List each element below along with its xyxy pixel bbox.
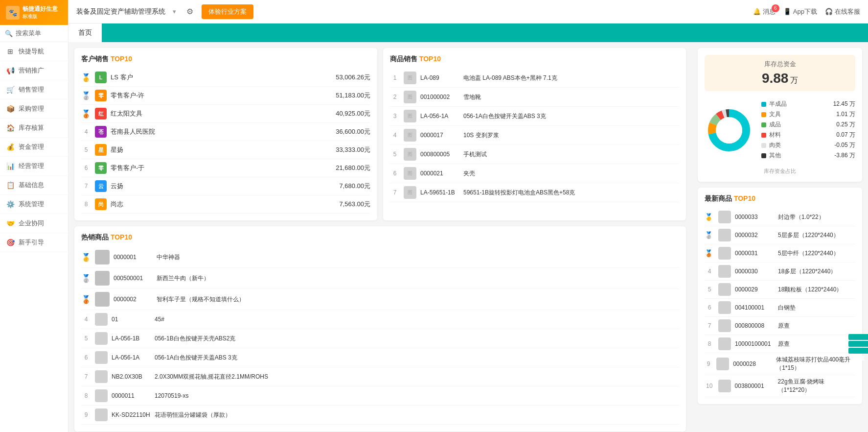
top-sell-products-card: 商品销售 TOP10 1 图 LA-089 电池盖 LA-089 ABS本色+黑… xyxy=(383,48,686,220)
customer-name: 星扬 xyxy=(111,145,332,154)
float-btn-service-community[interactable]: 服务社区 xyxy=(848,341,868,347)
svg-point-7 xyxy=(716,117,742,144)
new-product-name: 原查 xyxy=(778,322,790,330)
customer-amount: 51,183.00元 xyxy=(336,91,370,100)
sell-product-name: 夹壳 xyxy=(463,169,475,178)
app-version: 标准版 xyxy=(23,13,58,20)
customer-amount: 7,680.00元 xyxy=(339,182,370,191)
customer-avatar: 零 xyxy=(95,162,107,174)
inventory-total-area: 库存总资金 9.88 万 xyxy=(705,55,855,91)
float-btn-direct-sell[interactable]: 直卖 xyxy=(848,348,868,354)
new-product-code: 10000100001 xyxy=(735,340,774,347)
sidebar-item-purchase[interactable]: 📦 采购管理 xyxy=(0,99,68,119)
customer-amount: 53,006.26元 xyxy=(336,73,370,82)
sidebar-item-finance[interactable]: 💰 资金管理 xyxy=(0,138,68,157)
new-product-num: 9 xyxy=(705,360,712,367)
newest-products-list: 🥇 0000033 封边带（1.0*22） 🥈 0000032 5层多层（122… xyxy=(705,208,855,397)
sidebar-item-cooperation[interactable]: 🤝 企业协同 xyxy=(0,214,68,233)
tab-home[interactable]: 首页 xyxy=(69,24,102,42)
legend-label: 半成品 xyxy=(769,100,830,108)
new-product-icon xyxy=(718,265,731,278)
new-product-name: 22g鱼豆腐·烧烤味（1*12*20） xyxy=(778,378,855,394)
top-sell-row: 2 图 001000002 雪地靴 xyxy=(390,88,679,107)
new-product-row: 🥉 0000031 5层中纤（1220*2440） xyxy=(705,244,855,263)
sidebar-icon-marketing: 📢 xyxy=(6,66,15,75)
hot-product-name: 花语萌恒温分罐罐袋（厚款） xyxy=(155,411,231,419)
notifications-item[interactable]: 🔔 消息 6 xyxy=(753,7,776,16)
topbar-settings-icon[interactable]: ⚙ xyxy=(183,5,197,19)
new-product-name: 封边带（1.0*22） xyxy=(778,213,824,221)
app-download-label: App下载 xyxy=(793,7,817,16)
medal-icon: 🥉 xyxy=(81,109,91,119)
online-service-item[interactable]: 🎧 在线客服 xyxy=(825,7,860,16)
sidebar-item-inventory[interactable]: 🏠 库存核算 xyxy=(0,119,68,138)
sidebar-label-purchase: 采购管理 xyxy=(19,104,44,113)
rank-num: 7 xyxy=(81,183,91,190)
legend-dot xyxy=(761,112,766,117)
topbar-left: 装备及固定资产辅助管理系统 ▾ ⚙ 体验行业方案 xyxy=(76,4,253,19)
product-icon: 图 xyxy=(404,129,416,142)
sidebar-label-inventory: 库存核算 xyxy=(19,123,44,132)
hot-product-name: 056-1A白色按键开关盖ABS 3克 xyxy=(155,354,237,362)
top-sell-products-title: 商品销售 TOP10 xyxy=(390,55,679,64)
legend-value: 0.07 万 xyxy=(836,131,855,139)
new-product-row: 10 003800001 22g鱼豆腐·烧烤味（1*12*20） xyxy=(705,375,855,397)
sidebar-item-system[interactable]: ⚙️ 系统管理 xyxy=(0,195,68,214)
sidebar-item-guide[interactable]: 🎯 新手引导 xyxy=(0,233,68,252)
hot-rank-num: 8 xyxy=(81,392,91,399)
medal-icon: 🥈 xyxy=(705,231,714,239)
content-area: 首页 客户销售 TOP10 🥇 L LS 客户 53,006.26元 🥈 零 零… xyxy=(69,24,868,432)
hot-product-code: 000500001 xyxy=(114,275,153,282)
hot-product-name: 12070519-xs xyxy=(155,392,188,399)
rank-row: 4 苍 苍南县人民医院 36,600.00元 xyxy=(81,123,370,141)
hot-product-code: 01 xyxy=(112,316,151,323)
experience-btn[interactable]: 体验行业方案 xyxy=(202,4,253,19)
customer-name: 苍南县人民医院 xyxy=(111,127,332,136)
inventory-total-label: 库存总资金 xyxy=(764,60,796,68)
new-product-icon xyxy=(718,211,731,223)
hot-rank-num: 5 xyxy=(81,335,91,342)
sidebar-icon-finance: 💰 xyxy=(6,143,15,151)
customer-amount: 40,925.00元 xyxy=(336,109,370,118)
legend-dot xyxy=(761,143,766,148)
product-icon: 图 xyxy=(404,72,416,84)
new-product-code: 0000033 xyxy=(735,214,774,220)
mobile-icon: 📱 xyxy=(783,8,791,15)
legend-dot xyxy=(761,153,766,158)
sidebar-item-basic-info[interactable]: 📋 基础信息 xyxy=(0,176,68,195)
rank-num: 8 xyxy=(81,201,91,208)
sidebar-label-marketing: 营销推广 xyxy=(19,66,44,75)
top-sell-row: 6 图 0000021 夹壳 xyxy=(390,164,679,183)
topbar-dropdown-icon[interactable]: ▾ xyxy=(170,8,178,16)
notifications-badge: 6 xyxy=(772,4,779,12)
new-product-icon xyxy=(718,247,731,260)
hot-product-code: 0000001 xyxy=(114,254,153,261)
customer-name: LS 客户 xyxy=(111,73,332,82)
product-img xyxy=(95,292,110,307)
sidebar-item-operations[interactable]: 📊 经营管理 xyxy=(0,157,68,176)
product-icon-placeholder xyxy=(95,370,108,383)
float-btn-customer-service[interactable]: 客服热线 xyxy=(848,334,868,340)
top-sell-row: 5 图 000800005 手机测试 xyxy=(390,145,679,164)
hot-product-row: 🥇 0000001 中华神器 xyxy=(81,247,679,268)
sell-product-code: LA-056-1A xyxy=(420,113,459,120)
new-product-icon xyxy=(718,319,731,332)
sidebar-item-quick-nav[interactable]: ⊞ 快捷导航 xyxy=(0,42,68,61)
customer-avatar: 红 xyxy=(95,108,107,120)
hot-rank-num: 9 xyxy=(81,411,91,418)
customer-name: 云扬 xyxy=(111,182,335,191)
sell-rank-num: 3 xyxy=(390,113,400,120)
ranking-section: 客户销售 TOP10 🥇 L LS 客户 53,006.26元 🥈 零 零售客户… xyxy=(74,48,686,220)
search-icon: 🔍 xyxy=(5,30,13,37)
legend-item: 肉类 -0.05 万 xyxy=(761,141,855,149)
sidebar-item-sales[interactable]: 🛒 销售管理 xyxy=(0,80,68,99)
new-product-icon xyxy=(718,283,731,296)
sidebar-item-marketing[interactable]: 📢 营销推广 xyxy=(0,61,68,80)
sidebar-search-item[interactable]: 🔍 搜索菜单 xyxy=(0,25,68,42)
sidebar-label-cooperation: 企业协同 xyxy=(19,219,44,228)
app-name: 畅捷通好生意 xyxy=(23,5,58,13)
sidebar-icon-guide: 🎯 xyxy=(6,238,15,247)
new-product-icon xyxy=(718,380,731,392)
app-download-item[interactable]: 📱 App下载 xyxy=(783,7,817,16)
hot-product-code: 0000011 xyxy=(112,392,151,399)
